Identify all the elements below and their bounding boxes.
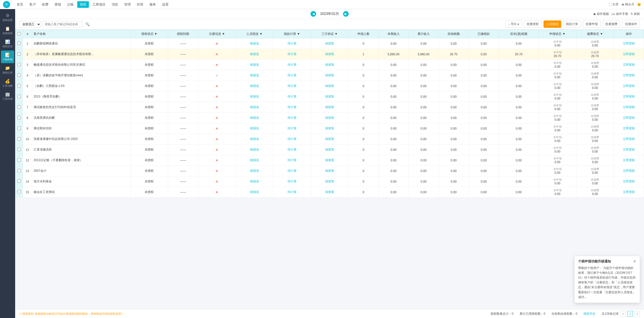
current-page[interactable]: 1 xyxy=(627,311,633,316)
tax-calc-link[interactable]: 待计算 xyxy=(288,95,297,98)
nav-item-客户[interactable]: 客户 xyxy=(27,1,38,8)
sidebar-item-个税申报[interactable]: 📝个税申报 xyxy=(1,51,14,63)
tax-calc-link[interactable]: 待计算 xyxy=(288,74,297,77)
batch-pay-btn[interactable]: 批量缴费 xyxy=(603,20,620,28)
action-link[interactable]: 立即授权 xyxy=(623,127,635,130)
tax-calc-link[interactable]: 待计算 xyxy=(288,84,297,88)
triparty-link[interactable]: 续签取 xyxy=(325,105,334,109)
nav-item-消息[interactable]: 消息 xyxy=(109,1,121,8)
row-checkbox[interactable] xyxy=(17,190,21,193)
search-btn[interactable]: 🔍 xyxy=(84,21,91,27)
sidebar-item-报税总览[interactable]: 📊报税总览 xyxy=(1,37,14,50)
col-reg-info-header[interactable]: 注册信息 ▼ xyxy=(198,30,236,38)
row-checkbox[interactable] xyxy=(17,84,21,87)
tax-calc-link[interactable]: 待计算 xyxy=(288,169,297,173)
person-report-link[interactable]: 续报送 xyxy=(250,169,259,173)
action-link[interactable]: 立即授权 xyxy=(623,52,635,56)
triparty-link[interactable]: 续签取 xyxy=(325,74,334,77)
row-checkbox[interactable] xyxy=(17,105,21,109)
sidebar-item-报税记录[interactable]: 📁报税记录 xyxy=(1,64,14,76)
triparty-link[interactable]: 续签取 xyxy=(325,84,334,88)
row-checkbox[interactable] xyxy=(17,158,21,162)
next-month-btn[interactable]: ▶ xyxy=(343,11,349,17)
row-checkbox[interactable] xyxy=(17,137,21,140)
action-link[interactable]: 立即授权 xyxy=(623,95,635,98)
tax-calc-btn[interactable]: 税款计算 xyxy=(563,20,581,28)
row-checkbox[interactable] xyxy=(17,52,21,56)
export-btn[interactable]: ↓ 导出 ▾ xyxy=(506,20,522,28)
tax-calc-link[interactable]: 待计算 xyxy=(288,137,297,141)
person-report-link[interactable]: 续报送 xyxy=(250,148,259,151)
action-link[interactable]: 立即授权 xyxy=(623,169,635,173)
person-report-link[interactable]: 续报送 xyxy=(250,190,259,194)
col-person-report-header[interactable]: 人员报送 ▼ xyxy=(236,30,273,38)
employee-filter[interactable]: 全部员工 xyxy=(19,21,41,28)
user-avatar[interactable]: 😊 xyxy=(637,3,641,6)
action-link[interactable]: 立即授权 xyxy=(623,42,635,45)
triparty-link[interactable]: 续签取 xyxy=(325,169,334,173)
sidebar-item-批量报税[interactable]: 📋批量报税 xyxy=(1,24,14,37)
batch-ops-btn[interactable]: 批量操作 xyxy=(622,20,640,28)
nav-item-管理[interactable]: 管理 xyxy=(122,1,133,8)
col-fee-status-header[interactable]: 缴费状态 ▼ xyxy=(576,30,614,38)
triparty-link[interactable]: 续签取 xyxy=(325,42,334,45)
person-report-link[interactable]: 续报送 xyxy=(250,127,259,130)
nav-item-首页[interactable]: 首页 xyxy=(14,1,26,8)
select-all-checkbox[interactable] xyxy=(17,32,21,35)
person-report-link[interactable]: 续报送 xyxy=(250,180,259,183)
refresh-btn[interactable]: ↻ 刷新 xyxy=(631,12,640,16)
tax-calc-link[interactable]: 待计算 xyxy=(288,42,297,45)
person-report-link[interactable]: 续报送 xyxy=(250,95,259,98)
row-checkbox[interactable] xyxy=(17,127,21,130)
next-page-btn[interactable]: › xyxy=(634,311,640,316)
tax-calc-link[interactable]: 待计算 xyxy=(288,190,297,194)
triparty-link[interactable]: 续签取 xyxy=(325,116,334,119)
nav-item-票报[interactable]: 票报 xyxy=(52,1,64,8)
vip-btn[interactable]: ♚ 畅会员 xyxy=(622,2,634,7)
action-link[interactable]: 立即授权 xyxy=(623,74,635,77)
batch-declare-btn[interactable]: 批量申报 xyxy=(583,20,601,28)
triparty-link[interactable]: 续签取 xyxy=(325,148,334,151)
tax-calc-link[interactable]: 待计算 xyxy=(288,148,297,151)
nav-item-收费[interactable]: 收费 xyxy=(39,1,51,8)
prev-month-btn[interactable]: ◀ xyxy=(311,11,316,17)
person-report-link[interactable]: 续报送 xyxy=(250,63,259,66)
action-link[interactable]: 立即授权 xyxy=(623,84,635,88)
row-checkbox[interactable] xyxy=(17,63,21,66)
tax-calc-link[interactable]: 待计算 xyxy=(288,127,297,130)
triparty-link[interactable]: 续签取 xyxy=(325,127,334,130)
row-checkbox[interactable] xyxy=(17,74,21,77)
triparty-link[interactable]: 续签取 xyxy=(325,63,334,66)
action-link[interactable]: 立即授权 xyxy=(623,190,635,194)
video-tutorial-btn[interactable]: ▶ 操作视频 xyxy=(594,12,609,16)
triparty-link[interactable]: 续签取 xyxy=(325,137,334,141)
prev-page-btn[interactable]: ‹ xyxy=(620,311,626,316)
search-input[interactable] xyxy=(42,21,83,27)
col-auth-status-header[interactable]: 授权状态 ▼ xyxy=(131,30,168,38)
col-triparty-header[interactable]: 三方协议 ▼ xyxy=(311,30,348,38)
col-tax-calc-header[interactable]: 税款计算 ▼ xyxy=(273,30,311,38)
tax-calc-link[interactable]: 待计算 xyxy=(288,52,297,56)
triparty-link[interactable]: 续签取 xyxy=(325,180,334,183)
sidebar-item-工商年报[interactable]: 🏢工商年报 xyxy=(1,90,14,103)
action-link[interactable]: 立即授权 xyxy=(623,105,635,109)
row-checkbox[interactable] xyxy=(17,148,21,151)
tax-calc-link[interactable]: 待计算 xyxy=(288,105,297,109)
person-report-link[interactable]: 续报送 xyxy=(250,42,259,45)
action-link[interactable]: 立即授权 xyxy=(623,148,635,151)
tax-calc-link[interactable]: 待计算 xyxy=(288,180,297,183)
person-report-link[interactable]: 续报送 xyxy=(250,105,259,109)
triparty-link[interactable]: 续签取 xyxy=(325,190,334,194)
triparty-link[interactable]: 续签取 xyxy=(325,52,334,56)
action-link[interactable]: 立即授权 xyxy=(623,63,635,66)
tax-calc-link[interactable]: 待计算 xyxy=(288,116,297,119)
col-auth-expiry-header[interactable]: 授权到期 xyxy=(168,30,198,38)
action-link[interactable]: 立即授权 xyxy=(623,137,635,141)
nav-item-报税[interactable]: 报税 xyxy=(77,1,89,8)
tax-calc-link[interactable]: 待计算 xyxy=(288,63,297,66)
nav-item-服务[interactable]: 服务 xyxy=(147,1,159,8)
person-report-link[interactable]: 续报送 xyxy=(250,158,259,162)
row-checkbox[interactable] xyxy=(17,42,21,45)
nav-item-记账[interactable]: 记账 xyxy=(65,1,76,8)
batch-auth-btn[interactable]: 批量授权 xyxy=(524,20,542,28)
